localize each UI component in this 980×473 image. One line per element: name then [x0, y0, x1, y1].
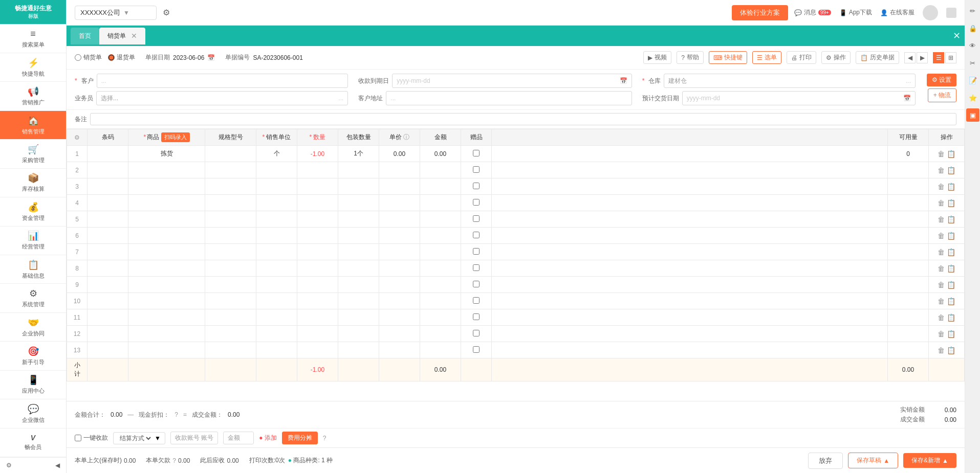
cell-price[interactable] — [379, 178, 420, 195]
settings-icon[interactable]: ⚙ — [163, 8, 170, 17]
right-tool-2[interactable]: 🔒 — [966, 21, 979, 35]
cell-barcode[interactable] — [88, 146, 128, 162]
delete-btn[interactable]: 🗑 — [938, 346, 945, 354]
cell-spec[interactable] — [205, 244, 256, 260]
cell-barcode[interactable] — [88, 342, 128, 358]
cell-amount[interactable] — [420, 342, 461, 358]
cell-spec[interactable] — [205, 228, 256, 244]
add-payment-btn[interactable]: ● 添加 — [259, 434, 277, 442]
delete-btn[interactable]: 🗑 — [938, 166, 945, 174]
copy-btn[interactable]: 📋 — [947, 150, 955, 158]
copy-btn[interactable]: 📋 — [947, 264, 955, 273]
cell-amount[interactable]: 0.00 — [420, 146, 461, 162]
grid-view-btn[interactable]: ⊞ — [945, 52, 956, 63]
cell-price[interactable] — [379, 342, 420, 358]
remarks-input[interactable] — [90, 113, 956, 125]
user-avatar[interactable] — [923, 5, 938, 20]
cell-price[interactable] — [379, 228, 420, 244]
cell-spec[interactable] — [205, 260, 256, 277]
cell-unit[interactable] — [256, 228, 297, 244]
cell-amount[interactable] — [420, 293, 461, 309]
copy-btn[interactable]: 📋 — [947, 330, 955, 338]
cell-spec[interactable] — [205, 342, 256, 358]
radio-sale[interactable]: 销货单 — [75, 53, 102, 62]
user-avatar2[interactable] — [946, 8, 956, 18]
salesperson-input[interactable]: 选择... ... — [96, 91, 348, 105]
gift-checkbox[interactable] — [473, 183, 480, 189]
cell-goods[interactable] — [128, 277, 205, 293]
cell-amount[interactable] — [420, 244, 461, 260]
delete-btn[interactable]: 🗑 — [938, 330, 945, 338]
draft-btn[interactable]: 保存草稿 ▲ — [848, 453, 898, 468]
help-btn[interactable]: ? 帮助 — [677, 51, 704, 64]
cell-qty[interactable] — [297, 277, 338, 293]
cell-price[interactable] — [379, 244, 420, 260]
delete-btn[interactable]: 🗑 — [938, 199, 945, 207]
cell-amount[interactable] — [420, 260, 461, 277]
sidebar-item-system[interactable]: ⚙ 系统管理 — [0, 284, 66, 312]
cell-goods[interactable] — [128, 195, 205, 211]
copy-btn[interactable]: 📋 — [947, 166, 955, 174]
cell-price[interactable] — [379, 195, 420, 211]
list-view-btn[interactable]: ☰ — [933, 52, 944, 63]
cell-gift[interactable] — [461, 146, 492, 162]
delivery-date-input[interactable]: yyyy-mm-dd 📅 — [682, 91, 916, 105]
close-all-tabs[interactable]: ✕ — [953, 30, 961, 41]
copy-btn[interactable]: 📋 — [947, 199, 955, 207]
copy-btn[interactable]: 📋 — [947, 183, 955, 191]
cell-spec[interactable] — [205, 162, 256, 178]
gift-checkbox[interactable] — [473, 281, 480, 287]
cell-goods[interactable] — [128, 228, 205, 244]
cell-qty[interactable] — [297, 211, 338, 228]
cell-qty[interactable]: -1.00 — [297, 146, 338, 162]
cell-gift[interactable] — [461, 277, 492, 293]
cell-unit[interactable] — [256, 211, 297, 228]
radio-return-input[interactable] — [108, 54, 115, 61]
gift-checkbox[interactable] — [473, 313, 480, 320]
tab-close-icon[interactable]: ✕ — [131, 32, 137, 40]
sidebar-item-appcenter[interactable]: 📱 应用中心 — [0, 371, 66, 399]
cell-barcode[interactable] — [88, 293, 128, 309]
cell-goods[interactable] — [128, 309, 205, 326]
cell-unit[interactable] — [256, 277, 297, 293]
cell-spec[interactable] — [205, 309, 256, 326]
cell-price[interactable] — [379, 293, 420, 309]
cell-amount[interactable] — [420, 178, 461, 195]
amount-input[interactable]: 金额 — [223, 432, 254, 444]
cell-amount[interactable] — [420, 195, 461, 211]
delete-btn[interactable]: 🗑 — [938, 264, 945, 273]
cell-goods[interactable] — [128, 293, 205, 309]
copy-btn[interactable]: 📋 — [947, 346, 955, 354]
sidebar-item-collab[interactable]: 🤝 企业协同 — [0, 313, 66, 342]
delete-btn[interactable]: 🗑 — [938, 313, 945, 322]
cell-goods[interactable] — [128, 211, 205, 228]
cell-pkgqty[interactable] — [338, 309, 379, 326]
cell-goods[interactable] — [128, 260, 205, 277]
cell-pkgqty[interactable] — [338, 195, 379, 211]
cell-gift[interactable] — [461, 244, 492, 260]
cell-unit[interactable] — [256, 178, 297, 195]
sidebar-item-newuser[interactable]: 🎯 新手引导 — [0, 342, 66, 370]
delete-btn[interactable]: 🗑 — [938, 297, 945, 305]
cell-gift[interactable] — [461, 228, 492, 244]
cell-qty[interactable] — [297, 228, 338, 244]
cell-barcode[interactable] — [88, 309, 128, 326]
cell-pkgqty[interactable] — [338, 260, 379, 277]
cell-unit[interactable] — [256, 342, 297, 358]
video-btn[interactable]: ▶ 视频 — [643, 51, 671, 64]
cell-pkgqty[interactable] — [338, 277, 379, 293]
sidebar-item-quicknav[interactable]: ⚡ 快捷导航 — [0, 53, 66, 82]
cell-gift[interactable] — [461, 309, 492, 326]
cell-price[interactable] — [379, 277, 420, 293]
cell-pkgqty[interactable] — [338, 211, 379, 228]
cell-qty[interactable] — [297, 309, 338, 326]
sidebar-item-basicinfo[interactable]: 📋 基础信息 — [0, 255, 66, 284]
customer-input[interactable]: ... — [97, 74, 349, 88]
delete-btn[interactable]: 🗑 — [938, 150, 945, 158]
cell-barcode[interactable] — [88, 195, 128, 211]
cell-unit[interactable] — [256, 293, 297, 309]
cell-gift[interactable] — [461, 195, 492, 211]
fee-help-icon[interactable]: ? — [323, 435, 326, 442]
delete-btn[interactable]: 🗑 — [938, 281, 945, 289]
discard-btn[interactable]: 放弃 — [808, 453, 843, 469]
